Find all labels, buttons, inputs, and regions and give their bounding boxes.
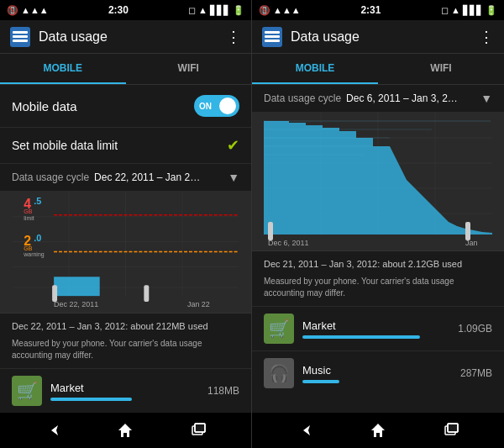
left-chart: 4 .5 GB limit 2 .0 GB warning Dec 22, 20… (0, 192, 251, 314)
left-stats-note: Measured by your phone. Your carrier's d… (0, 336, 251, 368)
right-phone-panel: 📵 ▲▲▲ 2:31 ◻ ▲ ▋▋▋ 🔋 Data usage ⋮ MOBILE… (252, 0, 504, 448)
left-back-button[interactable] (36, 418, 70, 443)
right-tab-bar: MOBILE WIFI (252, 54, 504, 85)
svg-text:warning: warning (23, 251, 44, 258)
right-cycle-label: Data usage cycle (264, 92, 341, 104)
set-limit-row[interactable]: Set mobile data limit ✔ (0, 128, 251, 164)
svg-marker-52 (303, 425, 310, 435)
signal-icon: ▲▲▲ (21, 5, 49, 15)
left-recents-button[interactable] (181, 418, 215, 443)
svg-text:Dec 22, 2011: Dec 22, 2011 (54, 300, 98, 308)
svg-rect-32 (265, 35, 280, 38)
left-cycle-arrow: ▼ (228, 171, 239, 184)
right-back-button[interactable] (288, 418, 322, 443)
svg-rect-33 (265, 40, 280, 42)
right-tab-wifi[interactable]: WIFI (378, 54, 504, 84)
left-menu-button[interactable]: ⋮ (226, 28, 241, 46)
svg-rect-49 (465, 222, 470, 240)
svg-text:GB: GB (24, 208, 32, 214)
left-home-button[interactable] (108, 418, 142, 443)
left-status-icons: 📵 ▲▲▲ (7, 5, 49, 16)
svg-text:Dec 6, 2011: Dec 6, 2011 (268, 239, 309, 247)
left-tab-mobile[interactable]: MOBILE (0, 54, 126, 84)
toggle-on-label: ON (199, 102, 212, 111)
svg-rect-1 (13, 35, 28, 38)
right-market-bar (302, 335, 420, 339)
svg-rect-0 (13, 31, 28, 34)
svg-text:.0: .0 (34, 233, 41, 243)
left-status-bar: 📵 ▲▲▲ 2:30 ◻ ▲ ▋▋▋ 🔋 (0, 0, 251, 20)
svg-marker-27 (118, 424, 132, 437)
right-home-button[interactable] (361, 418, 395, 443)
svg-text:Jan: Jan (465, 239, 478, 247)
right-cycle-row[interactable]: Data usage cycle Dec 6, 2011 – Jan 3, 2…… (252, 85, 504, 113)
right-app-item-music[interactable]: 🎧 Music 287MB (252, 350, 504, 395)
alarm-icon: ◻ (188, 5, 196, 16)
right-signal-bars: ▋▋▋ (463, 5, 483, 16)
wifi-icon: ▲ (198, 5, 207, 15)
right-battery-icon: 🔋 (486, 5, 497, 16)
mobile-data-row: Mobile data ON (0, 85, 251, 128)
right-stats-note: Measured by your phone. Your carrier's d… (252, 274, 504, 306)
right-right-icons: ◻ ▲ ▋▋▋ 🔋 (441, 5, 497, 16)
left-content: Mobile data ON Set mobile data limit ✔ D… (0, 85, 251, 413)
right-cycle-arrow: ▼ (480, 92, 492, 105)
left-stats-usage: Dec 22, 2011 – Jan 3, 2012: about 212MB … (0, 314, 251, 336)
left-right-icons: ◻ ▲ ▋▋▋ 🔋 (188, 5, 244, 16)
right-time: 2:31 (360, 4, 381, 16)
right-app-item-market[interactable]: 🛒 Market 1.09GB (252, 306, 504, 350)
right-wifi-icon: ▲ (451, 5, 460, 15)
right-music-name: Music (302, 364, 452, 377)
left-app-item-market[interactable]: 🛒 Market 118MB (0, 368, 251, 413)
right-status-bar: 📵 ▲▲▲ 2:31 ◻ ▲ ▋▋▋ 🔋 (252, 0, 504, 20)
right-market-icon: 🛒 (264, 314, 294, 344)
market-info: Market (50, 382, 199, 401)
battery-icon: 🔋 (233, 5, 244, 16)
svg-rect-31 (265, 31, 280, 34)
right-market-size: 1.09GB (458, 323, 492, 335)
left-cycle-row[interactable]: Data usage cycle Dec 22, 2011 – Jan 2… ▼ (0, 164, 251, 192)
signal-bars: ▋▋▋ (210, 5, 230, 16)
right-music-icon: 🎧 (264, 358, 294, 388)
svg-rect-23 (144, 285, 149, 302)
set-limit-label: Set mobile data limit (12, 139, 118, 152)
svg-text:limit: limit (24, 215, 34, 221)
left-app-title: Data usage (39, 29, 218, 45)
market-name: Market (50, 382, 199, 394)
svg-rect-29 (195, 424, 205, 432)
right-app-title: Data usage (291, 29, 470, 45)
left-cycle-value: Dec 22, 2011 – Jan 2… (94, 171, 223, 183)
svg-rect-48 (268, 222, 273, 240)
right-tab-mobile[interactable]: MOBILE (252, 54, 378, 84)
left-nav-bar (0, 413, 251, 448)
right-music-info: Music (302, 364, 452, 383)
left-time: 2:30 (108, 4, 129, 16)
mobile-data-toggle[interactable]: ON (194, 95, 239, 117)
svg-rect-55 (448, 424, 458, 432)
right-music-size: 287MB (460, 367, 492, 379)
svg-marker-53 (371, 424, 385, 437)
right-nav-bar (252, 413, 504, 448)
right-content: Data usage cycle Dec 6, 2011 – Jan 3, 2…… (252, 85, 504, 413)
set-limit-checkmark: ✔ (227, 136, 239, 155)
right-market-info: Market (302, 319, 449, 339)
right-cycle-value: Dec 6, 2011 – Jan 3, 2… (346, 92, 475, 104)
market-bar (50, 398, 132, 401)
right-market-name: Market (302, 319, 449, 332)
right-menu-button[interactable]: ⋮ (479, 28, 494, 46)
right-app-icon (262, 27, 282, 47)
right-recents-button[interactable] (434, 418, 468, 443)
right-music-bar (302, 380, 339, 383)
toggle-knob (219, 98, 236, 114)
left-tab-wifi[interactable]: WIFI (126, 54, 252, 84)
left-app-bar: Data usage ⋮ (0, 20, 251, 54)
left-cycle-label: Data usage cycle (12, 171, 89, 183)
left-phone-panel: 📵 ▲▲▲ 2:30 ◻ ▲ ▋▋▋ 🔋 Data usage ⋮ MOBILE… (0, 0, 252, 448)
svg-text:.5: .5 (34, 196, 41, 206)
left-tab-bar: MOBILE WIFI (0, 54, 251, 85)
right-notification-icon: 📵 (259, 5, 270, 16)
svg-marker-26 (51, 425, 58, 435)
svg-text:GB: GB (24, 245, 32, 251)
svg-rect-2 (13, 40, 28, 42)
svg-text:Jan 22: Jan 22 (187, 300, 210, 308)
